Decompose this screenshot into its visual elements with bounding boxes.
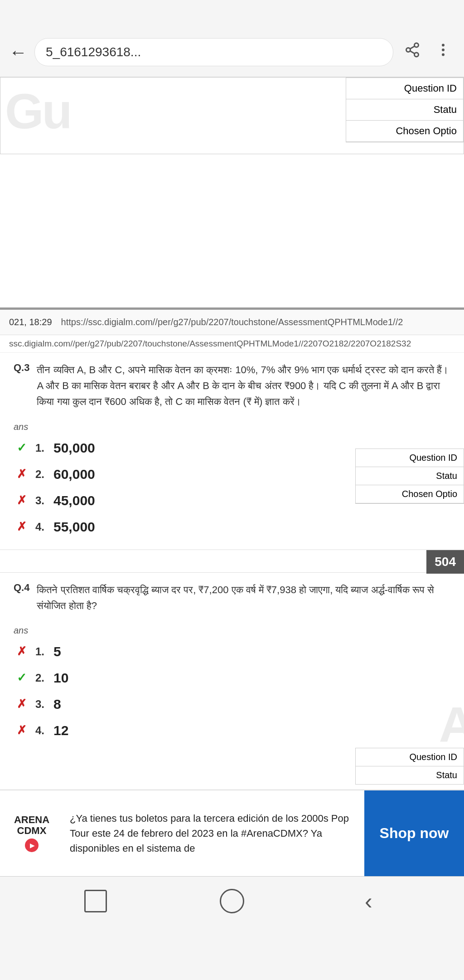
option-number: 1. bbox=[35, 442, 48, 454]
badge-504: 504 bbox=[426, 550, 464, 574]
circle-icon bbox=[220, 889, 244, 913]
svg-point-0 bbox=[415, 43, 419, 47]
square-icon bbox=[84, 890, 107, 912]
svg-point-7 bbox=[442, 54, 445, 56]
svg-point-6 bbox=[442, 49, 445, 51]
svg-point-2 bbox=[415, 53, 419, 57]
list-item: ✗ 3. 8 bbox=[14, 691, 450, 717]
q3-section: Q.3 तीन व्यक्ति A, B और C, अपने मासिक वे… bbox=[0, 353, 464, 550]
svg-line-4 bbox=[410, 46, 415, 49]
option-number: 3. bbox=[35, 698, 48, 711]
ad-banner: ARENA CDMX ¿Ya tienes tus boletos para l… bbox=[0, 790, 464, 876]
nav-home-button[interactable] bbox=[216, 885, 248, 917]
web-content: Gu Question ID Statu Chosen Optio 021, 1… bbox=[0, 77, 464, 876]
svg-line-3 bbox=[410, 51, 415, 54]
shop-now-label: Shop now bbox=[380, 825, 449, 842]
option-value: 60,000 bbox=[53, 467, 95, 482]
option-value: 8 bbox=[53, 697, 61, 712]
wrong-icon: ✗ bbox=[14, 520, 30, 534]
option-value: 5 bbox=[53, 644, 61, 659]
option-number: 2. bbox=[35, 672, 48, 684]
page-url-text: https://ssc.digialm.com//per/g27/pub/220… bbox=[61, 317, 403, 327]
nav-back-button[interactable]: ‹ bbox=[353, 885, 384, 917]
q3-table-status: Statu bbox=[356, 467, 464, 485]
nav-bar: ‹ bbox=[0, 876, 464, 926]
ad-text: ¿Ya tienes tus boletos para la tercera e… bbox=[63, 806, 364, 860]
ad-logo-cdmx: CDMX bbox=[17, 825, 47, 836]
correct-icon: ✓ bbox=[14, 441, 30, 455]
wrong-icon: ✗ bbox=[14, 697, 30, 711]
empty-area bbox=[0, 154, 464, 308]
ad-play-icon bbox=[25, 839, 39, 852]
share-button[interactable] bbox=[401, 38, 424, 66]
q3-ans-label: ans bbox=[14, 422, 28, 432]
back-button[interactable]: ← bbox=[9, 43, 27, 61]
q4-label: Q.4 bbox=[14, 582, 29, 617]
option-value: 12 bbox=[53, 723, 68, 738]
wrong-icon: ✗ bbox=[14, 493, 30, 507]
option-value: 55,000 bbox=[53, 519, 95, 535]
q4-ans-label: ans bbox=[14, 625, 28, 635]
back-arrow-icon: ‹ bbox=[365, 890, 372, 912]
option-number: 1. bbox=[35, 645, 48, 658]
correct-icon: ✓ bbox=[14, 671, 30, 685]
list-item: ✓ 2. 10 bbox=[14, 665, 450, 691]
q4-table-status: Statu bbox=[356, 766, 464, 784]
option-value: 10 bbox=[53, 670, 68, 686]
option-value: 50,000 bbox=[53, 440, 95, 456]
url-bar[interactable]: 5_6161293618... bbox=[34, 38, 393, 66]
browser-bar: ← 5_6161293618... bbox=[0, 27, 464, 77]
list-item: ✗ 1. 5 bbox=[14, 639, 450, 665]
svg-point-5 bbox=[442, 44, 445, 47]
page-url-bar: 021, 18:29 https://ssc.digialm.com//per/… bbox=[0, 310, 464, 335]
q3-text: तीन व्यक्ति A, B और C, अपने मासिक वेतन क… bbox=[37, 362, 450, 410]
q3-table-chosen: Chosen Optio bbox=[356, 485, 464, 503]
option-value: 45,000 bbox=[53, 493, 95, 508]
table-header-status: Statu bbox=[346, 99, 463, 121]
wrong-icon: ✗ bbox=[14, 723, 30, 737]
q4-text: कितने प्रतिशत वार्षिक चक्रवृद्धि ब्याज द… bbox=[37, 582, 450, 614]
q3-label: Q.3 bbox=[14, 362, 29, 414]
nav-square-button[interactable] bbox=[80, 885, 111, 917]
google-watermark-bottom: A bbox=[439, 695, 464, 753]
google-watermark: Gu bbox=[5, 82, 71, 140]
ad-logo-arena: ARENA bbox=[14, 814, 49, 825]
svg-point-1 bbox=[406, 48, 411, 52]
q3-table-question-id: Question ID bbox=[356, 449, 464, 467]
option-number: 2. bbox=[35, 468, 48, 481]
table-header-question-id: Question ID bbox=[346, 78, 463, 99]
option-number: 3. bbox=[35, 494, 48, 507]
q4-table-question-id: Question ID bbox=[356, 748, 464, 766]
more-button[interactable] bbox=[431, 38, 455, 66]
q4-section: Q.4 कितने प्रतिशत वार्षिक चक्रवृद्धि ब्य… bbox=[0, 573, 464, 790]
status-bar bbox=[0, 0, 464, 27]
table-header-chosen-option: Chosen Optio bbox=[346, 121, 463, 142]
list-item: ✗ 4. 55,000 bbox=[14, 514, 450, 540]
option-number: 4. bbox=[35, 724, 48, 737]
ad-logo: ARENA CDMX bbox=[0, 810, 63, 856]
wrong-icon: ✗ bbox=[14, 467, 30, 481]
shop-now-button[interactable]: Shop now bbox=[364, 790, 464, 876]
list-item: ✗ 4. 12 bbox=[14, 717, 450, 744]
q4-options: ✗ 1. 5 ✓ 2. 10 ✗ 3. 8 ✗ 4. 12 bbox=[14, 639, 450, 744]
full-url-bar: ssc.digialm.com//per/g27/pub/2207/touchs… bbox=[0, 335, 464, 353]
partial-table-top: Gu Question ID Statu Chosen Optio bbox=[0, 77, 464, 154]
page-time: 021, 18:29 bbox=[9, 317, 52, 327]
wrong-icon: ✗ bbox=[14, 644, 30, 658]
option-number: 4. bbox=[35, 521, 48, 533]
